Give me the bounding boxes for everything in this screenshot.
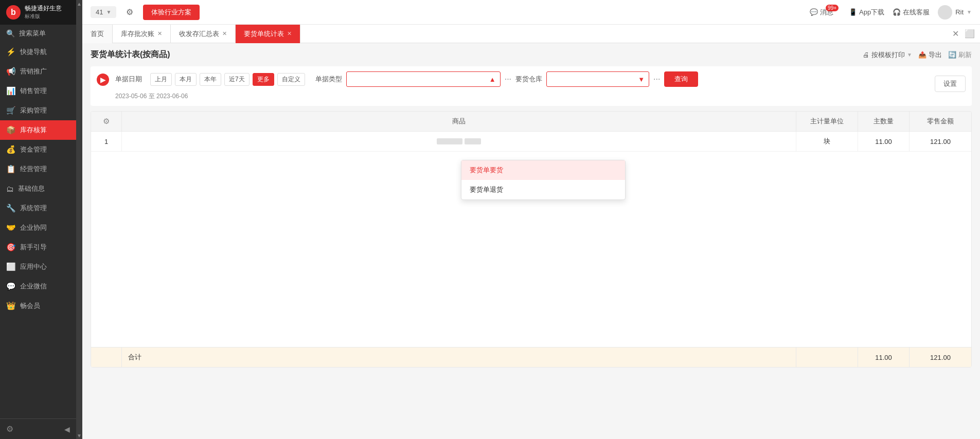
avatar xyxy=(938,5,952,20)
tabs-bar: 首页 库存批次账 ✕ 收发存汇总表 ✕ 要货单统计表 ✕ ✕ ⬜ xyxy=(82,25,980,43)
tab-close-icon[interactable]: ✕ xyxy=(222,30,227,37)
sidebar-item-label: 基础信息 xyxy=(18,184,45,193)
date-filter-label: 单据日期 xyxy=(115,75,142,84)
refresh-label: 刷新 xyxy=(958,50,972,60)
search-menu-label: 搜索菜单 xyxy=(19,29,46,38)
settings-icon[interactable]: ⚙ xyxy=(6,424,13,434)
type-filter-label: 单据类型 xyxy=(315,75,342,84)
tab-close-icon[interactable]: ✕ xyxy=(157,30,162,37)
type-select-box[interactable]: ▲ xyxy=(346,71,501,87)
date-range-text: 2023-05-06 至 2023-06-06 xyxy=(115,92,929,101)
dropdown-item-order-goods[interactable]: 要货单要货 xyxy=(461,160,625,180)
sidebar-item-guide[interactable]: 🎯 新手引导 xyxy=(0,237,76,257)
template-print-button[interactable]: 🖨 按模板打印 ▼ xyxy=(863,50,912,60)
main-content: 41 ▼ ⚙ 体验行业方案 💬 消息 99+ 📱 App下载 🎧 在线客服 xyxy=(82,0,980,439)
search-icon: 🔍 xyxy=(6,29,15,38)
sidebar-item-vip[interactable]: 👑 畅会员 xyxy=(0,296,76,316)
cell-no: 1 xyxy=(91,132,122,151)
sidebar-item-finance[interactable]: 💰 资金管理 xyxy=(0,140,76,159)
sidebar-item-label: 资金管理 xyxy=(20,145,47,154)
tab-home[interactable]: 首页 xyxy=(82,25,113,43)
type-dropdown: 要货单要货 要货单退货 xyxy=(461,160,626,200)
scroll-up-arrow[interactable]: ▲ xyxy=(76,0,82,7)
col-header-gear[interactable]: ⚙ xyxy=(91,112,122,131)
footer-amount: 121.00 xyxy=(910,347,971,367)
refresh-button[interactable]: 🔄 刷新 xyxy=(948,50,972,60)
date-more-button[interactable]: 更多 xyxy=(253,73,274,86)
tab-order-stats[interactable]: 要货单统计表 ✕ xyxy=(236,25,300,43)
date-custom-button[interactable]: 自定义 xyxy=(277,73,305,86)
app-name: 畅捷通好生意 xyxy=(25,5,62,13)
type-chevron-icon: ▲ xyxy=(489,76,496,83)
sidebar-item-basic-info[interactable]: 🗂 基础信息 xyxy=(0,179,76,198)
sales-icon: 📊 xyxy=(6,86,16,96)
date-this-month-button[interactable]: 本月 xyxy=(175,73,197,86)
settings-button[interactable]: ⚙ xyxy=(122,5,137,20)
sidebar-item-label: 快捷导航 xyxy=(20,47,47,57)
app-download-button[interactable]: 📱 App下载 xyxy=(849,8,884,17)
sidebar-item-label: 经营管理 xyxy=(20,164,47,174)
col-header-unit: 主计量单位 xyxy=(796,112,858,131)
data-table: ⚙ 商品 主计量单位 主数量 零售金额 1 块 11.00 121.00 xyxy=(91,111,972,368)
sidebar-item-label: 系统管理 xyxy=(20,204,47,213)
date-last-7-days-button[interactable]: 近7天 xyxy=(224,73,250,86)
sidebar-item-inventory[interactable]: 📦 库存核算 xyxy=(0,120,76,140)
settings-button[interactable]: 设置 xyxy=(935,76,966,92)
message-button[interactable]: 💬 消息 99+ xyxy=(810,8,833,17)
enterprise-icon: 🤝 xyxy=(6,223,16,232)
filter-area: ▶ 单据日期 上月 本月 本年 近7天 更多 自定义 单据类型 xyxy=(91,66,972,106)
scroll-down-arrow[interactable]: ▼ xyxy=(76,432,82,439)
footer-unit xyxy=(796,347,858,367)
warehouse-more-button[interactable]: ··· xyxy=(653,75,660,84)
trial-button[interactable]: 体验行业方案 xyxy=(143,5,200,20)
logo-icon: b xyxy=(6,5,21,20)
export-button[interactable]: 📤 导出 xyxy=(918,50,942,60)
search-menu[interactable]: 🔍 搜索菜单 xyxy=(0,25,76,42)
tab-maximize-button[interactable]: ⬜ xyxy=(964,28,976,40)
sidebar-item-label: 新手引导 xyxy=(20,243,47,252)
date-last-month-button[interactable]: 上月 xyxy=(150,73,172,86)
topbar-left: 41 ▼ ⚙ 体验行业方案 xyxy=(91,5,200,20)
sidebar-scroll: ▲ ▼ xyxy=(76,0,82,439)
date-this-year-button[interactable]: 本年 xyxy=(200,73,221,86)
tab-receive-summary[interactable]: 收发存汇总表 ✕ xyxy=(171,25,236,43)
operations-icon: 📋 xyxy=(6,164,16,174)
type-more-button[interactable]: ··· xyxy=(505,75,511,84)
filter-expand-button[interactable]: ▶ xyxy=(97,74,109,86)
tab-order-stats-label: 要货单统计表 xyxy=(244,29,284,39)
sidebar-item-operations[interactable]: 📋 经营管理 xyxy=(0,159,76,179)
footer-empty xyxy=(91,347,122,367)
workspace-selector[interactable]: 41 ▼ xyxy=(91,6,116,18)
settings-area: 设置 xyxy=(935,71,966,92)
sidebar-item-quick-nav[interactable]: ⚡ 快捷导航 xyxy=(0,42,76,62)
product-placeholder xyxy=(437,138,481,144)
user-profile[interactable]: Rit ▼ xyxy=(938,5,972,20)
dropdown-item-order-return[interactable]: 要货单退货 xyxy=(461,180,625,199)
sidebar-item-purchase[interactable]: 🛒 采购管理 xyxy=(0,101,76,120)
sidebar-item-marketing[interactable]: 📢 营销推广 xyxy=(0,62,76,81)
filter-row: 单据日期 上月 本月 本年 近7天 更多 自定义 单据类型 ▲ xyxy=(115,71,929,101)
col-header-qty: 主数量 xyxy=(858,112,910,131)
tab-inventory-batch[interactable]: 库存批次账 ✕ xyxy=(113,25,171,43)
warehouse-select-box[interactable]: ▼ xyxy=(546,71,649,87)
filter-row-date: 单据日期 上月 本月 本年 近7天 更多 自定义 单据类型 ▲ xyxy=(115,71,929,87)
online-service-button[interactable]: 🎧 在线客服 xyxy=(893,8,930,17)
sidebar-item-label: 企业微信 xyxy=(20,282,47,291)
sidebar-item-app-center[interactable]: ⬜ 应用中心 xyxy=(0,257,76,277)
query-button[interactable]: 查询 xyxy=(664,71,698,87)
sidebar-item-label: 采购管理 xyxy=(20,106,47,115)
quick-nav-icon: ⚡ xyxy=(6,47,16,57)
message-badge: 99+ xyxy=(826,5,839,11)
col-header-product: 商品 xyxy=(122,112,796,131)
sidebar-item-sales[interactable]: 📊 销售管理 xyxy=(0,81,76,101)
gear-icon[interactable]: ⚙ xyxy=(103,117,110,125)
user-chevron-icon: ▼ xyxy=(967,9,972,15)
basic-info-icon: 🗂 xyxy=(6,185,14,193)
sidebar-item-enterprise-wechat[interactable]: 💬 企业微信 xyxy=(0,277,76,296)
table-row: 1 块 11.00 121.00 xyxy=(91,132,971,152)
tab-close-all-button[interactable]: ✕ xyxy=(949,28,961,40)
tab-close-icon[interactable]: ✕ xyxy=(287,30,292,37)
sidebar-item-enterprise[interactable]: 🤝 企业协同 xyxy=(0,218,76,237)
sidebar-item-system[interactable]: 🔧 系统管理 xyxy=(0,198,76,218)
collapse-icon[interactable]: ◀ xyxy=(64,425,70,433)
